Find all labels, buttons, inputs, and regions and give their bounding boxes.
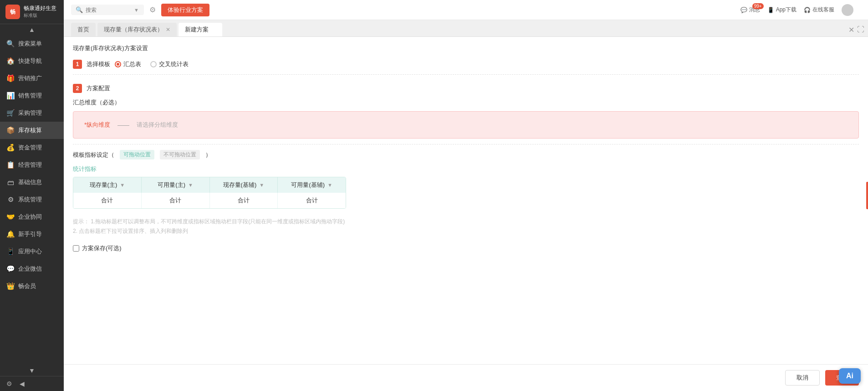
sidebar-item-guide[interactable]: 🔔 新手引导 — [0, 226, 64, 243]
indicator-suffix: ） — [205, 151, 211, 159]
step2-title: 方案配置 — [87, 84, 110, 93]
dim-label: 汇总维度（必选） — [73, 98, 859, 107]
sidebar-item-label: 快捷导航 — [18, 57, 42, 65]
search-menu-icon: 🔍 — [6, 40, 15, 48]
step1-badge: 1 — [73, 60, 82, 69]
stats-cell-3: 合计 — [210, 193, 278, 208]
settings-footer-btn[interactable]: ⚙ — [6, 380, 12, 387]
topbar-gear-icon[interactable]: ⚙ — [149, 5, 156, 14]
indicator-chip-fixed: 不可拖动位置 — [160, 150, 200, 159]
radio-summary-dot — [117, 63, 119, 66]
sidebar-logo: 畅 畅康通好生意 标准版 — [0, 0, 64, 24]
stats-cell-1: 合计 — [73, 193, 142, 208]
ai-button[interactable]: Ai — [839, 368, 861, 384]
gift-icon: 🎁 — [6, 74, 15, 82]
scroll-indicator — [866, 182, 868, 209]
sidebar-item-label: 系统管理 — [18, 196, 42, 204]
radio-cross-circle — [150, 61, 157, 67]
tab-close-inventory[interactable]: ✕ — [166, 26, 170, 33]
chevron-down-icon: ▼ — [134, 7, 139, 13]
tab-close-icon[interactable]: ✕ — [848, 26, 854, 34]
stats-table: 现存量(主) ▼ 可用量(主) ▼ 现存量(基辅) ▼ 可用量(基辅) ▼ — [73, 177, 346, 209]
money-icon: 💰 — [6, 144, 15, 152]
stats-col-1[interactable]: 现存量(主) ▼ — [73, 177, 142, 193]
tab-expand-icon[interactable]: ⛶ — [857, 26, 864, 34]
tab-close-new-plan[interactable]: ✕ — [211, 26, 216, 33]
clipboard-icon: 📋 — [6, 161, 15, 169]
stats-cell-2: 合计 — [142, 193, 210, 208]
sidebar-item-label: 营销推广 — [18, 74, 42, 82]
radio-cross[interactable]: 交叉统计表 — [150, 60, 189, 68]
sidebar-item-label: 搜索菜单 — [18, 40, 42, 48]
chat-icon: 💬 — [6, 265, 15, 273]
cancel-button[interactable]: 取消 — [785, 370, 820, 386]
stats-table-body: 合计 合计 合计 合计 — [73, 193, 346, 208]
save-option: 方案保存(可选) — [73, 244, 859, 252]
sidebar-item-label: 应用中心 — [18, 247, 42, 256]
stats-title: 统计指标 — [73, 165, 859, 173]
sidebar-item-purchase[interactable]: 🛒 采购管理 — [0, 104, 64, 122]
sidebar-item-label: 基础信息 — [18, 178, 42, 186]
sidebar-item-marketing[interactable]: 🎁 营销推广 — [0, 70, 64, 87]
logo-text: 畅康通好生意 — [24, 5, 56, 12]
content-area: 现存量(库存状况表)方案设置 1 选择模板 汇总表 交叉统计表 — [64, 37, 868, 364]
dim-placeholder: 请选择分组维度 — [137, 121, 178, 129]
dim-arrow: —— — [117, 122, 129, 129]
sidebar-item-inventory[interactable]: 📦 库存核算 — [0, 122, 64, 139]
page-title: 现存量(库存状况表)方案设置 — [73, 44, 859, 52]
topbar-search-box[interactable]: 🔍 ▼ — [71, 5, 144, 15]
col3-chevron-icon: ▼ — [259, 182, 264, 188]
sidebar-item-member[interactable]: 👑 畅会员 — [0, 278, 64, 295]
sidebar-item-label: 经营管理 — [18, 161, 42, 169]
step2-badge: 2 — [73, 84, 82, 93]
step1-section: 1 选择模板 汇总表 交叉统计表 — [73, 60, 859, 75]
app-download-button[interactable]: 📱 App下载 — [767, 6, 797, 14]
sidebar-item-label: 新手引导 — [18, 230, 42, 238]
sidebar-item-search-menu[interactable]: 🔍 搜索菜单 — [0, 35, 64, 52]
sidebar-item-cooperation[interactable]: 🤝 企业协同 — [0, 208, 64, 226]
dim-required-text: *纵向维度 — [84, 121, 110, 129]
tab-new-plan[interactable]: 新建方案 ✕ — [179, 23, 222, 36]
sidebar-item-sales[interactable]: 📊 销售管理 — [0, 87, 64, 104]
crown-icon: 👑 — [6, 282, 15, 290]
sidebar-item-quick-nav[interactable]: 🏠 快捷导航 — [0, 52, 64, 70]
sidebar-item-operations[interactable]: 📋 经营管理 — [0, 156, 64, 174]
sidebar-item-basic-info[interactable]: 🗃 基础信息 — [0, 174, 64, 191]
sidebar-item-system[interactable]: ⚙ 系统管理 — [0, 191, 64, 208]
sidebar-scroll-up[interactable]: ▲ — [0, 24, 64, 35]
chart-icon: 📊 — [6, 92, 15, 100]
sidebar-item-app-center[interactable]: 📱 应用中心 — [0, 243, 64, 260]
sidebar: 畅 畅康通好生意 标准版 ▲ 🔍 搜索菜单 🏠 快捷导航 🎁 营销推广 📊 销售… — [0, 0, 64, 391]
sidebar-nav: 🔍 搜索菜单 🏠 快捷导航 🎁 营销推广 📊 销售管理 🛒 采购管理 📦 库存核… — [0, 35, 64, 365]
col4-chevron-icon: ▼ — [327, 182, 332, 188]
handshake-icon: 🤝 — [6, 213, 15, 221]
tab-inventory-status[interactable]: 现存量（库存状况表） ✕ — [97, 23, 177, 36]
sidebar-item-wechat[interactable]: 💬 企业微信 — [0, 260, 64, 278]
step2-divider — [73, 144, 859, 144]
user-avatar[interactable] — [842, 4, 853, 16]
online-service-button[interactable]: 🎧 在线客服 — [804, 6, 834, 14]
stats-col-2[interactable]: 可用量(主) ▼ — [142, 177, 210, 193]
tabs-bar: 首页 现存量（库存状况表） ✕ 新建方案 ✕ ✕ ⛶ — [64, 20, 868, 37]
message-button[interactable]: 💬 消息 99+ — [740, 6, 760, 14]
collapse-footer-btn[interactable]: ◀ — [20, 380, 25, 387]
stats-cell-4: 合计 — [278, 193, 346, 208]
stats-col-3[interactable]: 现存量(基辅) ▼ — [210, 177, 278, 193]
indicator-row: 模板指标设定（ 可拖动位置 不可拖动位置 ） — [73, 150, 859, 159]
message-badge: 99+ — [752, 3, 764, 9]
sidebar-item-label: 企业协同 — [18, 213, 42, 221]
radio-summary[interactable]: 汇总表 — [115, 60, 141, 68]
search-input[interactable] — [86, 7, 131, 13]
save-checkbox[interactable] — [73, 245, 79, 252]
trial-button[interactable]: 体验行业方案 — [161, 4, 209, 16]
sidebar-footer: ⚙ ◀ — [0, 376, 64, 391]
mobile-icon: 📱 — [6, 247, 15, 256]
dimension-box[interactable]: *纵向维度 —— 请选择分组维度 — [73, 111, 859, 139]
tab-home[interactable]: 首页 — [71, 23, 96, 36]
stats-col-4[interactable]: 可用量(基辅) ▼ — [278, 177, 346, 193]
sidebar-scroll-down[interactable]: ▼ — [0, 365, 64, 376]
main-area: 🔍 ▼ ⚙ 体验行业方案 💬 消息 99+ 📱 App下载 🎧 在线客服 — [64, 0, 868, 391]
save-option-label: 方案保存(可选) — [82, 244, 122, 252]
sidebar-item-finance[interactable]: 💰 资金管理 — [0, 139, 64, 156]
step1-divider — [73, 74, 859, 75]
